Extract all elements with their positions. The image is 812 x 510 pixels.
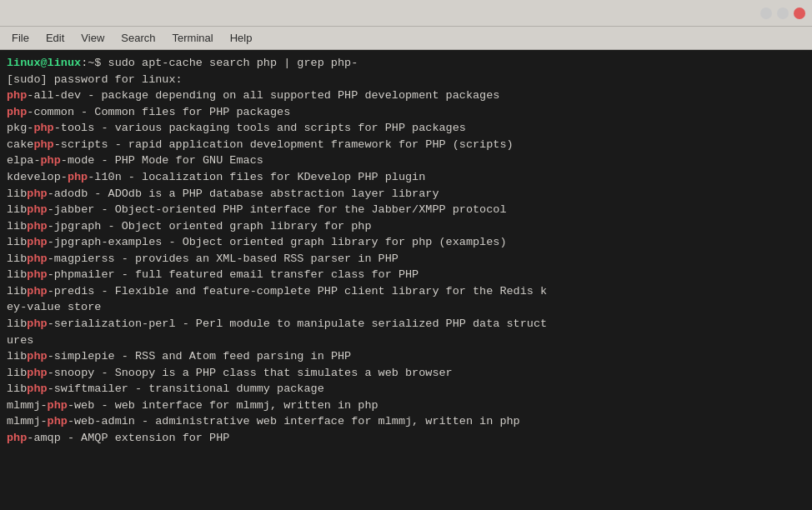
terminal-text: php [27, 188, 47, 200]
terminal-line: php-amqp - AMQP extension for PHP [7, 430, 805, 447]
terminal-text: -phpmailer - full featured email transfe… [48, 268, 419, 281]
terminal-text: -predis - Flexible and feature-complete … [48, 285, 548, 298]
terminal-line: libphp-predis - Flexible and feature-com… [7, 283, 805, 300]
terminal-text: ures [7, 334, 33, 347]
terminal-text: lib [7, 236, 27, 248]
terminal-text: lib [7, 350, 27, 362]
terminal-line: libphp-magpierss - provides an XML-based… [7, 251, 805, 268]
terminal-text: -all-dev - package depending on all supp… [27, 89, 499, 102]
terminal-text: php [27, 382, 47, 395]
terminal-line: pkg-php-tools - various packaging tools … [7, 120, 805, 137]
terminal-text: mlmmj- [7, 399, 48, 412]
terminal-text: pkg- [7, 122, 33, 134]
terminal-line: ey-value store [7, 299, 805, 316]
terminal-text: lib [7, 188, 27, 200]
terminal-text: php [27, 350, 47, 362]
terminal-line: mlmmj-php-web-admin - administrative web… [7, 413, 805, 430]
menu-item-edit[interactable]: Edit [38, 30, 73, 46]
terminal-line: libphp-snoopy - Snoopy is a PHP class th… [7, 365, 805, 382]
terminal-text: -scripts - rapid application development… [54, 138, 514, 151]
terminal-text: lib [7, 268, 27, 281]
terminal-text: php [48, 399, 68, 412]
terminal-text: lib [7, 203, 27, 216]
terminal-line: libphp-jabber - Object-oriented PHP inte… [7, 202, 805, 218]
terminal-line: libphp-adodb - ADOdb is a PHP database a… [7, 186, 805, 202]
terminal-text: [sudo] password for linux: [7, 73, 183, 86]
terminal-text: -mode - PHP Mode for GNU Emacs [61, 154, 263, 167]
terminal-text: mlmmj- [7, 415, 48, 428]
terminal-text: php [33, 138, 53, 151]
terminal-text: lib [7, 220, 27, 232]
terminal-text: -serialization-perl - Perl module to man… [48, 318, 548, 330]
terminal-text: :~$ sudo apt-cache search php | grep php… [81, 57, 358, 69]
terminal-text: php [33, 122, 53, 134]
terminal-text: php [27, 367, 47, 379]
terminal-text: php [7, 106, 27, 118]
terminal-text: php [27, 252, 47, 265]
terminal-text: cake [7, 138, 33, 151]
terminal-text: kdevelop- [7, 171, 68, 183]
terminal-line: cakephp-scripts - rapid application deve… [7, 137, 805, 153]
terminal-line: ures [7, 332, 805, 349]
menu-item-search[interactable]: Search [113, 30, 163, 46]
terminal-text: php [27, 203, 47, 216]
terminal-text: -l10n - localization files for KDevelop … [88, 171, 425, 183]
terminal-text: lib [7, 285, 27, 298]
terminal-text: php [48, 415, 68, 428]
terminal-text: php [27, 220, 47, 232]
terminal-output[interactable]: linux@linux:~$ sudo apt-cache search php… [0, 50, 812, 510]
terminal-line: libphp-jpgraph - Object oriented graph l… [7, 218, 805, 235]
terminal-text: -jabber - Object-oriented PHP interface … [48, 203, 507, 216]
terminal-text: -simplepie - RSS and Atom feed parsing i… [48, 350, 352, 362]
terminal-text: php [27, 318, 47, 330]
terminal-text: ey-value store [7, 301, 101, 313]
terminal-line: [sudo] password for linux: [7, 72, 805, 88]
terminal-line: elpa-php-mode - PHP Mode for GNU Emacs [7, 152, 805, 169]
terminal-text: -common - Common files for PHP packages [27, 106, 290, 118]
maximize-button[interactable] [777, 8, 789, 19]
terminal-text: php [27, 285, 47, 298]
terminal-text: linux@linux [7, 57, 81, 69]
terminal-line: php-all-dev - package depending on all s… [7, 88, 805, 104]
menu-item-help[interactable]: Help [222, 30, 261, 46]
terminal-text: php [7, 89, 27, 102]
menu-bar: FileEditViewSearchTerminalHelp [0, 27, 812, 50]
terminal-text: lib [7, 318, 27, 330]
terminal-line: libphp-jpgraph-examples - Object oriente… [7, 234, 805, 251]
terminal-line: mlmmj-php-web - web interface for mlmmj,… [7, 398, 805, 414]
menu-item-file[interactable]: File [3, 30, 38, 46]
terminal-line: libphp-simplepie - RSS and Atom feed par… [7, 348, 805, 365]
terminal-text: -adodb - ADOdb is a PHP database abstrac… [48, 188, 439, 200]
terminal-text: lib [7, 367, 27, 379]
menu-item-view[interactable]: View [73, 30, 113, 46]
terminal-text: -jpgraph-examples - Object oriented grap… [48, 236, 507, 248]
terminal-line: kdevelop-php-l10n - localization files f… [7, 169, 805, 186]
terminal-text: elpa- [7, 154, 41, 167]
terminal-line: linux@linux:~$ sudo apt-cache search php… [7, 55, 805, 72]
terminal-text: -web-admin - administrative web interfac… [68, 415, 520, 428]
terminal-text: php [41, 154, 61, 167]
terminal-text: lib [7, 252, 27, 265]
terminal-text: lib [7, 382, 27, 395]
terminal-text: -snoopy - Snoopy is a PHP class that sim… [48, 367, 453, 379]
terminal-text: -tools - various packaging tools and scr… [54, 122, 466, 134]
menu-item-terminal[interactable]: Terminal [164, 30, 222, 46]
terminal-line: libphp-swiftmailer - transitional dummy … [7, 381, 805, 398]
title-bar [0, 0, 812, 27]
terminal-text: -magpierss - provides an XML-based RSS p… [48, 252, 398, 265]
terminal-line: libphp-phpmailer - full featured email t… [7, 267, 805, 283]
terminal-text: php [27, 236, 47, 248]
terminal-line: libphp-serialization-perl - Perl module … [7, 316, 805, 332]
terminal-text: -jpgraph - Object oriented graph library… [48, 220, 372, 232]
terminal-text: php [27, 268, 47, 281]
terminal-text: -swiftmailer - transitional dummy packag… [48, 382, 324, 395]
minimize-button[interactable] [760, 8, 772, 19]
window-controls [760, 8, 805, 19]
close-button[interactable] [794, 8, 805, 19]
terminal-text: php [68, 171, 88, 183]
terminal-line: php-common - Common files for PHP packag… [7, 104, 805, 121]
terminal-text: -amqp - AMQP extension for PHP [27, 432, 229, 444]
terminal-text: php [7, 432, 27, 444]
terminal-text: -web - web interface for mlmmj, written … [68, 399, 378, 412]
